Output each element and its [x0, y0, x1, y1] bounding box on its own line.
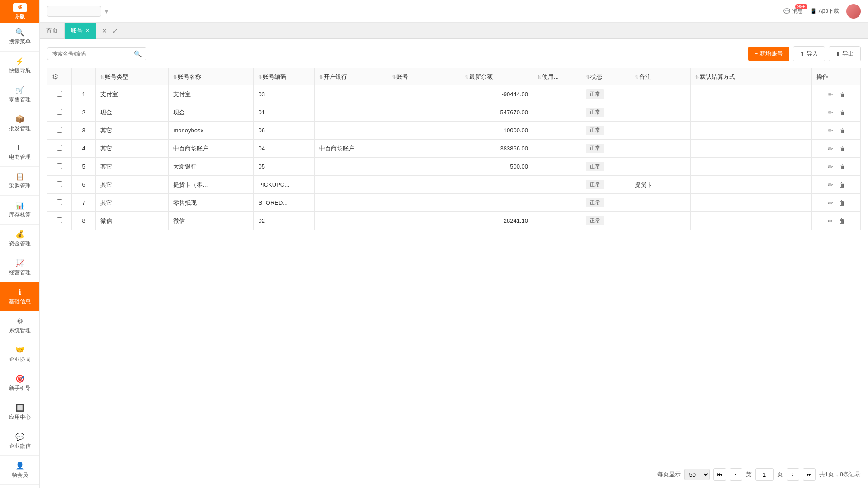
table-row: 1 支付宝 支付宝 03 -90444.00 正常 ✏ 🗑 — [47, 85, 861, 103]
col-header-account[interactable]: ⇅账号 — [387, 68, 460, 85]
sidebar-item-4[interactable]: 🖥电商管理 — [0, 138, 39, 167]
col-header-default[interactable]: ⇅默认结算方式 — [690, 68, 812, 85]
row-check-input-7[interactable] — [57, 217, 62, 223]
delete-button-0[interactable]: 🗑 — [837, 90, 847, 99]
row-account-0 — [387, 85, 460, 103]
row-bank-2 — [314, 122, 387, 140]
content-area: 🔍 + 新增账号 ⬆ 导入 ⬇ 导出 ⚙ — [40, 39, 868, 488]
row-check-input-1[interactable] — [57, 109, 62, 115]
edit-button-3[interactable]: ✏ — [826, 144, 835, 153]
topbar-left: ▾ — [47, 6, 108, 17]
row-checkbox-4[interactable] — [47, 158, 72, 176]
delete-button-6[interactable]: 🗑 — [837, 198, 847, 207]
col-header-type[interactable]: ⇅账号类型 — [96, 68, 169, 85]
messages-button[interactable]: 💬 消息 99+ — [783, 7, 803, 15]
col-header-code[interactable]: ⇅账号编码 — [254, 68, 314, 85]
edit-button-6[interactable]: ✏ — [826, 198, 835, 207]
row-code-6: STORED... — [254, 194, 314, 212]
app-download-button[interactable]: 📱 App下载 — [810, 7, 839, 15]
row-checkbox-3[interactable] — [47, 140, 72, 158]
sidebar-label-10: 系统管理 — [2, 327, 38, 334]
sidebar-item-15[interactable]: 👤畅会员 — [0, 456, 39, 485]
close-tab-button[interactable]: ✕ — [100, 26, 109, 35]
sort-icon-type: ⇅ — [100, 75, 104, 80]
row-check-input-5[interactable] — [57, 181, 62, 187]
window-controls: ✕ ⤢ — [100, 26, 120, 35]
add-account-button[interactable]: + 新增账号 — [748, 47, 789, 61]
row-balance-2: 10000.00 — [460, 122, 533, 140]
col-header-balance[interactable]: ⇅最新余额 — [460, 68, 533, 85]
topbar-search-input[interactable] — [47, 6, 101, 17]
first-page-button[interactable]: ⏮ — [713, 468, 726, 481]
row-check-input-6[interactable] — [57, 199, 62, 205]
delete-button-2[interactable]: 🗑 — [837, 126, 847, 135]
delete-button-3[interactable]: 🗑 — [837, 144, 847, 153]
sidebar-item-5[interactable]: 📋采购管理 — [0, 167, 39, 196]
delete-button-5[interactable]: 🗑 — [837, 180, 847, 189]
row-checkbox-0[interactable] — [47, 85, 72, 103]
delete-button-4[interactable]: 🗑 — [837, 162, 847, 171]
col-header-usage[interactable]: ⇅使用... — [533, 68, 581, 85]
prev-page-button[interactable]: ‹ — [730, 468, 742, 481]
sidebar-item-2[interactable]: 🛒零售管理 — [0, 80, 39, 109]
sidebar-item-0[interactable]: 🔍搜索菜单 — [0, 23, 39, 52]
row-check-input-0[interactable] — [57, 91, 62, 97]
row-balance-3: 383866.00 — [460, 140, 533, 158]
sidebar-item-10[interactable]: ⚙系统管理 — [0, 311, 39, 340]
delete-button-1[interactable]: 🗑 — [837, 108, 847, 117]
col-header-name[interactable]: ⇅账号名称 — [169, 68, 254, 85]
tab-home[interactable]: 首页 — [40, 23, 65, 39]
import-button[interactable]: ⬆ 导入 — [793, 46, 825, 61]
last-page-button[interactable]: ⏭ — [803, 468, 816, 481]
row-status-4: 正常 — [581, 158, 630, 176]
app-tagline: 乐版 — [15, 13, 25, 20]
page-size-select[interactable]: 50 100 — [684, 469, 710, 480]
col-header-status[interactable]: ⇅状态 — [581, 68, 630, 85]
sidebar-item-12[interactable]: 🎯新手引导 — [0, 369, 39, 398]
edit-button-2[interactable]: ✏ — [826, 126, 835, 135]
sidebar-item-1[interactable]: ⚡快捷导航 — [0, 52, 39, 80]
row-checkbox-1[interactable] — [47, 103, 72, 122]
sidebar-item-13[interactable]: 🔲应用中心 — [0, 398, 39, 427]
sidebar-item-9[interactable]: ℹ基础信息 — [0, 282, 39, 311]
row-check-input-4[interactable] — [57, 163, 62, 169]
col-header-bank[interactable]: ⇅开户银行 — [314, 68, 387, 85]
tab-account[interactable]: 账号 ✕ — [65, 23, 96, 39]
expand-tab-button[interactable]: ⤢ — [111, 26, 120, 35]
sidebar-item-7[interactable]: 💰资金管理 — [0, 225, 39, 253]
main-area: ▾ 💬 消息 99+ 📱 App下载 首页 账号 ✕ ✕ ⤢ — [40, 0, 868, 488]
sidebar-item-3[interactable]: 📦批发管理 — [0, 109, 39, 138]
edit-button-0[interactable]: ✏ — [826, 90, 835, 99]
edit-button-4[interactable]: ✏ — [826, 162, 835, 171]
search-input[interactable] — [52, 51, 134, 57]
tab-account-close-icon[interactable]: ✕ — [85, 28, 90, 33]
export-button[interactable]: ⬇ 导出 — [829, 46, 861, 61]
table-settings-icon[interactable]: ⚙ — [52, 73, 58, 80]
user-avatar[interactable] — [846, 4, 861, 19]
topbar-dropdown-icon[interactable]: ▾ — [105, 8, 108, 15]
app-download-icon: 📱 — [810, 8, 817, 14]
edit-button-1[interactable]: ✏ — [826, 108, 835, 117]
row-type-2: 其它 — [96, 122, 169, 140]
row-checkbox-2[interactable] — [47, 122, 72, 140]
row-check-input-3[interactable] — [57, 145, 62, 151]
sidebar-item-8[interactable]: 📈经营管理 — [0, 253, 39, 282]
sidebar-item-14[interactable]: 💬企业微信 — [0, 427, 39, 456]
row-checkbox-7[interactable] — [47, 212, 72, 230]
delete-button-7[interactable]: 🗑 — [837, 216, 847, 225]
col-header-remark[interactable]: ⇅备注 — [630, 68, 690, 85]
sidebar-item-6[interactable]: 📊库存核算 — [0, 196, 39, 225]
row-checkbox-5[interactable] — [47, 176, 72, 194]
row-account-4 — [387, 158, 460, 176]
row-name-1: 现金 — [169, 103, 254, 122]
row-default-0 — [690, 85, 812, 103]
next-page-button[interactable]: › — [787, 468, 799, 481]
edit-button-5[interactable]: ✏ — [826, 180, 835, 189]
page-input[interactable] — [755, 468, 774, 481]
edit-button-7[interactable]: ✏ — [826, 216, 835, 225]
row-check-input-2[interactable] — [57, 127, 62, 133]
sidebar-label-9: 基础信息 — [2, 298, 38, 305]
row-checkbox-6[interactable] — [47, 194, 72, 212]
sort-icon-code: ⇅ — [258, 75, 262, 80]
sidebar-item-11[interactable]: 🤝企业协同 — [0, 340, 39, 369]
